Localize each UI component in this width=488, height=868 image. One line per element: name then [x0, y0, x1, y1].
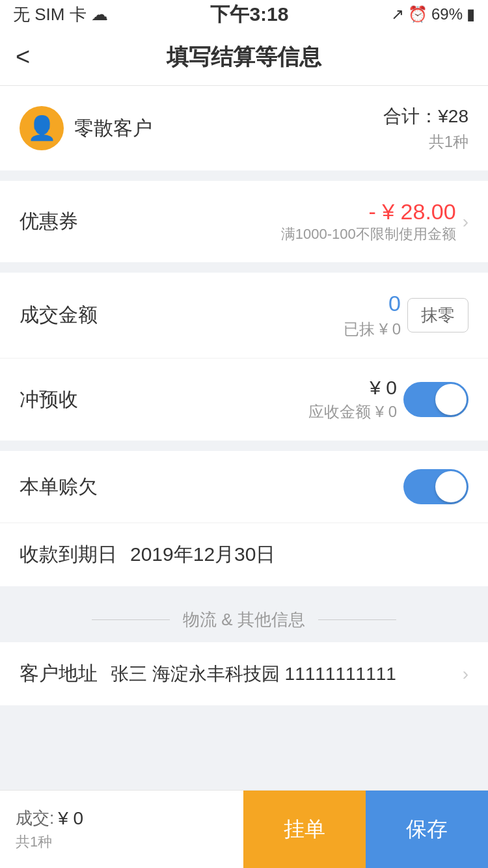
sim-status: 无 SIM 卡 ☁: [13, 3, 108, 26]
coupon-chevron-icon: ›: [463, 211, 468, 232]
alarm-icon: ⏰: [408, 5, 427, 23]
customer-name: 零散客户: [74, 115, 152, 142]
bottom-count: 共1种: [16, 832, 228, 852]
prepay-label: 冲预收: [20, 387, 78, 413]
prepay-value: ¥ 0: [308, 377, 397, 399]
due-date-value: 2019年12月30日: [130, 541, 275, 568]
prepay-toggle[interactable]: [403, 382, 468, 417]
logistics-label: 物流 & 其他信息: [183, 608, 305, 631]
amount-section: 成交金额 0 已抹 ¥ 0 抹零 冲预收 ¥ 0 应收金额 ¥ 0: [0, 273, 488, 441]
amount-right: 0 已抹 ¥ 0 抹零: [344, 291, 468, 340]
customer-row: 👤 零散客户 合计：¥28 共1种: [0, 86, 488, 170]
customer-summary: 合计：¥28 共1种: [383, 104, 468, 152]
amount-value-group: 0 已抹 ¥ 0: [344, 291, 401, 340]
battery-icon: ▮: [467, 5, 475, 23]
coupon-info: - ¥ 28.00 满1000-100不限制使用金额: [281, 199, 456, 244]
customer-total: 合计：¥28: [383, 104, 468, 129]
round-off-button[interactable]: 抹零: [407, 298, 468, 332]
status-bar: 无 SIM 卡 ☁ 下午3:18 ↗ ⏰ 69% ▮: [0, 0, 488, 29]
content-area: 👤 零散客户 合计：¥28 共1种 优惠券 - ¥ 28.00 满1000-10…: [0, 86, 488, 794]
coupon-value: - ¥ 28.00: [281, 199, 456, 224]
coupon-right: - ¥ 28.00 满1000-100不限制使用金额 ›: [281, 199, 468, 244]
hang-button[interactable]: 挂单: [243, 791, 366, 868]
back-button[interactable]: <: [16, 43, 30, 71]
save-button[interactable]: 保存: [366, 791, 488, 868]
coupon-section: 优惠券 - ¥ 28.00 满1000-100不限制使用金额 ›: [0, 181, 488, 262]
coupon-label: 优惠券: [20, 208, 78, 235]
bottom-bar: 成交: ¥ 0 共1种 挂单 保存: [0, 790, 488, 868]
credit-toggle[interactable]: [403, 469, 468, 504]
amount-sub: 已抹 ¥ 0: [344, 319, 401, 340]
page-title: 填写结算等信息: [167, 42, 321, 72]
prepay-value-group: ¥ 0 应收金额 ¥ 0: [308, 377, 397, 422]
logistics-divider: 物流 & 其他信息: [0, 597, 488, 642]
divider-label: 物流 & 其他信息: [92, 608, 396, 631]
credit-toggle-knob: [435, 471, 467, 502]
amount-value: 0: [344, 291, 401, 316]
address-section: 客户地址 张三 海淀永丰科技园 11111111111 ›: [0, 642, 488, 705]
bottom-amount-label: 成交:: [16, 807, 54, 830]
credit-section: 本单赊欠 收款到期日 2019年12月30日: [0, 451, 488, 586]
status-left: 无 SIM 卡 ☁: [13, 3, 108, 26]
amount-label: 成交金额: [20, 302, 98, 329]
prepay-right: ¥ 0 应收金额 ¥ 0: [308, 377, 468, 422]
customer-avatar: 👤: [20, 106, 64, 150]
divider-line-right: [318, 619, 396, 620]
coupon-sub: 满1000-100不限制使用金额: [281, 224, 456, 244]
credit-right: [403, 469, 468, 504]
coupon-row[interactable]: 优惠券 - ¥ 28.00 满1000-100不限制使用金额 ›: [0, 181, 488, 262]
prepay-sub: 应收金额 ¥ 0: [308, 401, 397, 422]
address-row[interactable]: 客户地址 张三 海淀永丰科技园 11111111111 ›: [0, 642, 488, 705]
address-chevron-icon: ›: [463, 664, 468, 685]
credit-row: 本单赊欠: [0, 451, 488, 522]
address-label: 客户地址: [20, 660, 98, 687]
bottom-amount-value: ¥ 0: [58, 808, 83, 829]
nav-bar: < 填写结算等信息: [0, 29, 488, 86]
prepay-toggle-knob: [435, 384, 467, 415]
due-date-label: 收款到期日: [20, 541, 117, 568]
avatar-icon: 👤: [27, 115, 57, 142]
transaction-amount-row: 成交金额 0 已抹 ¥ 0 抹零: [0, 273, 488, 358]
due-date-row[interactable]: 收款到期日 2019年12月30日: [0, 522, 488, 586]
credit-label: 本单赊欠: [20, 474, 98, 500]
bottom-amount: 成交: ¥ 0: [16, 807, 228, 830]
status-right: ↗ ⏰ 69% ▮: [391, 5, 475, 23]
battery-level: 69%: [431, 5, 463, 23]
status-time: 下午3:18: [210, 1, 288, 28]
customer-section: 👤 零散客户 合计：¥28 共1种: [0, 86, 488, 170]
customer-count: 共1种: [383, 131, 468, 152]
bottom-info: 成交: ¥ 0 共1种: [0, 791, 243, 868]
customer-left: 👤 零散客户: [20, 106, 152, 150]
prepay-row: 冲预收 ¥ 0 应收金额 ¥ 0: [0, 358, 488, 441]
divider-line-left: [92, 619, 170, 620]
address-value: 张三 海淀永丰科技园 11111111111: [111, 662, 463, 686]
location-icon: ↗: [391, 5, 404, 23]
